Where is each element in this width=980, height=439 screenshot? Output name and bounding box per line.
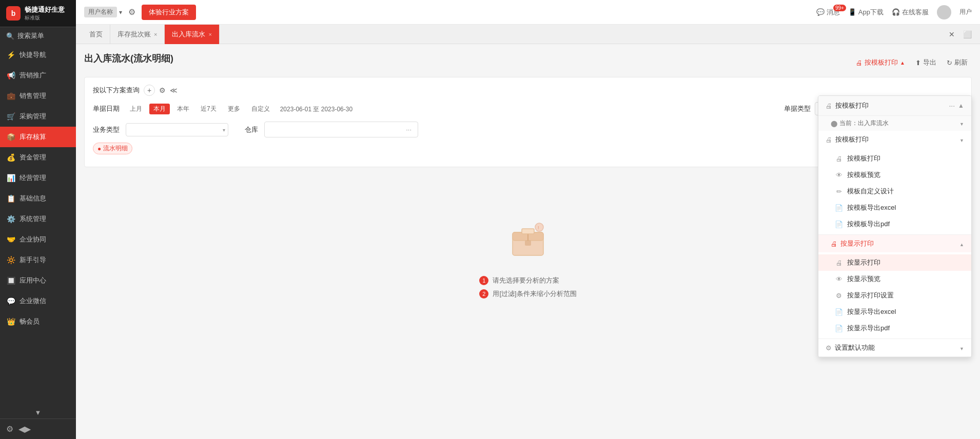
message-badge[interactable]: 💬 消息 99+	[816, 8, 840, 17]
logo-icon: b	[6, 6, 21, 21]
filter-gear-icon[interactable]: ⚙	[159, 86, 166, 94]
user-avatar[interactable]	[937, 5, 951, 19]
settings-icon[interactable]: ⚙	[6, 424, 13, 434]
print-panel: 🖨 按模板打印 ··· ▲ ⬤ 当前：出入库流水 🖨 按	[818, 95, 972, 357]
sidebar-item-app-center[interactable]: 🔲 应用中心	[0, 270, 76, 291]
default-setting-section: ⚙ 设置默认功能	[818, 339, 971, 357]
trial-button[interactable]: 体验行业方案	[142, 5, 196, 20]
current-chevron-down-icon[interactable]	[959, 120, 964, 127]
print-item-display-print[interactable]: 🖨 按显示打印	[818, 254, 971, 271]
display-settings-icon: ⚙	[835, 291, 843, 300]
display-print-content: 🖨 按显示打印 👁 按显示预览 ⚙ 按显示打印设置 📄 按显示导出excel	[818, 252, 971, 338]
online-service-link[interactable]: 🎧 在线客服	[892, 8, 929, 17]
biz-type-select-wrap	[126, 123, 228, 136]
template-print-content: 🖨 按模板打印 👁 按模板预览 ✏ 模板自定义设计 📄 按模板导出excel	[818, 148, 971, 234]
sidebar: b 畅捷通好生意 标准版 🔍 搜索菜单 ⚡ 快捷导航 📢 营销推广 💼 销售管理…	[0, 0, 76, 439]
sidebar-item-marketing[interactable]: 📢 营销推广	[0, 65, 76, 86]
nav-icon-inventory: 📦	[6, 132, 15, 142]
search-icon: 🔍	[6, 32, 14, 40]
filter-collapse-icon[interactable]: ≪	[170, 86, 178, 94]
warehouse-label: 仓库	[245, 125, 258, 134]
tab-close-batch-ledger[interactable]: ×	[154, 31, 157, 37]
print-item-template-preview[interactable]: 👁 按模板预览	[818, 167, 971, 183]
display-print-header[interactable]: 🖨 按显示打印	[818, 235, 971, 252]
date-tabs: 上月 本月 本年 近7天 更多 自定义	[126, 104, 274, 114]
biz-type-select[interactable]	[126, 123, 228, 136]
default-setting-section-icon: ⚙	[826, 344, 832, 352]
sidebar-search[interactable]: 🔍 搜索菜单	[0, 27, 76, 45]
app-download-link[interactable]: 📱 App下载	[848, 8, 884, 17]
header-right: 💬 消息 99+ 📱 App下载 🎧 在线客服 用户	[816, 5, 972, 19]
sidebar-item-quick-nav[interactable]: ⚡ 快捷导航	[0, 45, 76, 65]
empty-step-1: 1 请先选择要分析的方案	[479, 276, 576, 285]
tabs-bar: 首页 库存批次账 × 出入库流水 × ✕ ⬜	[76, 25, 980, 44]
sidebar-item-purchase[interactable]: 🛒 采购管理	[0, 106, 76, 127]
nav-icon-guide: 🔆	[6, 255, 15, 265]
tab-batch-ledger[interactable]: 库存批次账 ×	[110, 25, 165, 44]
sidebar-bottom: ⚙ ◀▶	[0, 418, 76, 439]
print-item-display-pdf[interactable]: 📄 按显示导出pdf	[818, 320, 971, 336]
header-gear-icon[interactable]: ⚙	[128, 7, 135, 17]
empty-steps: 1 请先选择要分析的方案 2 用[过滤]条件来缩小分析范围	[479, 276, 576, 298]
print-item-template-print[interactable]: 🖨 按模板打印	[818, 150, 971, 167]
display-preview-icon: 👁	[835, 275, 843, 283]
sidebar-item-guide[interactable]: 🔆 新手引导	[0, 250, 76, 270]
empty-illustration: !	[502, 214, 554, 266]
refresh-button[interactable]: ↻ 刷新	[943, 56, 972, 69]
tab-home[interactable]: 首页	[82, 25, 110, 44]
sidebar-item-inventory[interactable]: 📦 库存核算	[0, 127, 76, 147]
tab-flow[interactable]: 出入库流水 ×	[165, 25, 219, 44]
date-tab-current-year[interactable]: 本年	[173, 104, 193, 114]
display-excel-icon: 📄	[835, 308, 843, 316]
doc-type-label: 单据类型	[784, 104, 811, 113]
close-window-icon[interactable]: ✕	[947, 29, 957, 39]
date-tab-more[interactable]: 更多	[224, 104, 244, 114]
sidebar-item-enterprise[interactable]: 🤝 企业协同	[0, 229, 76, 250]
print-icon: 🖨	[856, 59, 863, 67]
nav-icon-basics: 📋	[6, 194, 15, 203]
warehouse-more-icon[interactable]: ···	[404, 125, 414, 134]
panel-more-button[interactable]: ···	[949, 102, 955, 110]
user-selector[interactable]: 用户名称 ▾	[84, 7, 122, 17]
sidebar-item-system[interactable]: ⚙️ 系统管理	[0, 209, 76, 229]
print-item-display-excel[interactable]: 📄 按显示导出excel	[818, 304, 971, 320]
export-button[interactable]: ⬆ 导出	[911, 56, 940, 69]
nav-icon-quick: ⚡	[6, 50, 15, 59]
filter-tag-item[interactable]: ● 流水明细	[93, 143, 132, 154]
export-icon: ⬆	[915, 59, 921, 67]
user-name-display: 用户	[959, 8, 972, 16]
print-template-button[interactable]: 🖨 按模板打印 ▲	[852, 56, 909, 69]
print-item-template-pdf[interactable]: 📄 按模板导出pdf	[818, 216, 971, 232]
tab-close-flow[interactable]: ×	[208, 31, 211, 37]
maximize-icon[interactable]: ⬜	[961, 29, 974, 39]
sidebar-item-sales[interactable]: 💼 销售管理	[0, 86, 76, 106]
print-item-template-excel[interactable]: 📄 按模板导出excel	[818, 199, 971, 216]
sidebar-item-operations[interactable]: 📊 经营管理	[0, 168, 76, 188]
sidebar-item-membership[interactable]: 👑 畅会员	[0, 311, 76, 332]
display-pdf-icon: 📄	[835, 324, 843, 332]
template-print-header[interactable]: 🖨 按模板打印	[818, 131, 971, 148]
print-item-display-settings[interactable]: ⚙ 按显示打印设置	[818, 287, 971, 304]
collapse-icon[interactable]: ◀▶	[18, 424, 31, 434]
default-setting-header[interactable]: ⚙ 设置默认功能	[818, 339, 971, 356]
display-print-icon: 🖨	[835, 258, 843, 267]
sidebar-item-basics[interactable]: 📋 基础信息	[0, 188, 76, 209]
sidebar-item-enterprise-wx[interactable]: 💬 企业微信	[0, 291, 76, 311]
svg-point-5	[535, 223, 543, 231]
date-tab-7days[interactable]: 近7天	[197, 104, 221, 114]
display-print-section: 🖨 按显示打印 🖨 按显示打印 👁 按显示预览 ⚙	[818, 235, 971, 339]
print-item-template-design[interactable]: ✏ 模板自定义设计	[818, 183, 971, 199]
sidebar-scroll-down[interactable]: ▼	[0, 407, 76, 418]
date-tab-custom[interactable]: 自定义	[247, 104, 274, 114]
template-design-icon: ✏	[835, 187, 843, 195]
date-tab-last-month[interactable]: 上月	[126, 104, 146, 114]
print-item-display-preview[interactable]: 👁 按显示预览	[818, 271, 971, 287]
date-tab-current-month[interactable]: 本月	[149, 104, 170, 114]
sidebar-item-finance[interactable]: 💰 资金管理	[0, 147, 76, 168]
add-filter-button[interactable]: +	[144, 85, 155, 96]
warehouse-input[interactable]	[269, 126, 404, 133]
nav-icon-purchase: 🛒	[6, 112, 15, 121]
panel-chevron-up-icon[interactable]: ▲	[958, 102, 964, 109]
toolbar-area: 出入库流水(流水明细) 🖨 按模板打印 ▲ ⬆ 导出 ↻ 刷新	[84, 52, 972, 73]
header-left: 用户名称 ▾ ⚙ 体验行业方案	[84, 5, 196, 20]
